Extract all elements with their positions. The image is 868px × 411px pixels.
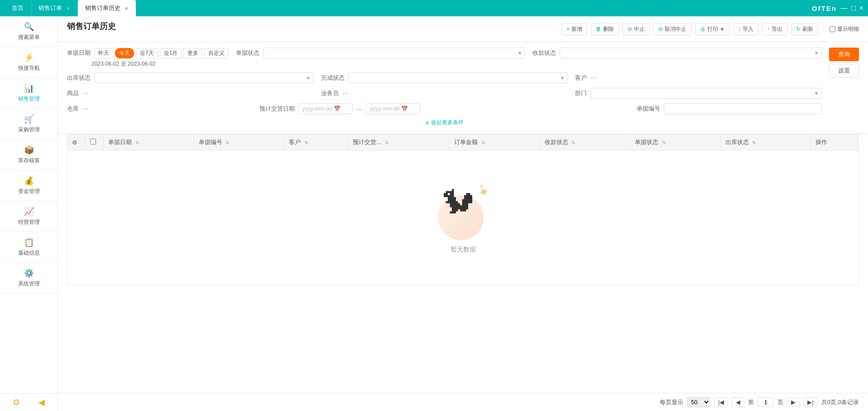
sidebar-item-sys-mgmt-label: 系统管理 xyxy=(18,280,40,288)
export-button[interactable]: ↑ 导出 xyxy=(762,23,787,35)
sidebar-item-sales-mgmt[interactable]: 📊 销售管理 xyxy=(0,78,58,109)
date-btn-yesterday[interactable]: 昨天 xyxy=(94,48,113,58)
date-range-display: 2023-06-02 至 2023-06-02 xyxy=(91,61,155,67)
th-amount[interactable]: 订单金额 ⇅ xyxy=(449,135,540,150)
display-columns-label: 显示明细 xyxy=(837,25,859,33)
date-btn-custom[interactable]: 自定义 xyxy=(204,48,229,58)
sidebar-collapse-btn[interactable]: ◀ xyxy=(38,397,45,407)
complete-status-label: 完成状态 xyxy=(321,74,345,82)
sidebar-item-base-info[interactable]: 📋 基础信息 xyxy=(0,232,58,263)
out-status-select[interactable]: ▾ xyxy=(94,73,314,83)
tab-home[interactable]: 首页 xyxy=(5,0,31,16)
tab-sales-order[interactable]: 销售订单 × xyxy=(31,0,78,16)
query-button[interactable]: 查询 xyxy=(829,48,859,61)
window-close[interactable]: × xyxy=(859,4,863,12)
display-columns-checkbox[interactable] xyxy=(830,26,835,32)
department-select[interactable]: ▾ xyxy=(590,88,822,99)
date-label: 单据日期 xyxy=(67,49,91,57)
th-delivery[interactable]: 预计交货... ⇅ xyxy=(348,135,450,150)
th-number-label: 单据编号 xyxy=(199,139,222,145)
print-label: 打印 xyxy=(707,25,718,33)
brand-label: OfTEn xyxy=(812,5,837,12)
first-page-btn[interactable]: |◀ xyxy=(714,397,728,407)
filter-right-buttons: 查询 设置 xyxy=(829,48,859,77)
filter-settings-button[interactable]: 设置 xyxy=(829,64,859,77)
warehouse-select-btn[interactable]: ··· xyxy=(82,105,88,113)
sidebar-item-sys-mgmt[interactable]: ⚙️ 系统管理 xyxy=(0,263,58,294)
filter-warehouse: 仓库 ··· xyxy=(67,105,252,113)
tab-sales-order-close[interactable]: × xyxy=(67,5,70,12)
filter-goods: 商品 ··· xyxy=(67,89,314,97)
delivery-date-to-cal-icon[interactable]: 📅 xyxy=(401,106,408,112)
filter-payment-status: 收款状态 ▾ xyxy=(532,48,822,58)
sidebar-settings-btn[interactable]: ⚙ xyxy=(13,397,20,407)
date-btn-today[interactable]: 今天 xyxy=(115,48,134,58)
salesperson-select-btn[interactable]: ··· xyxy=(342,89,348,97)
filter-date-item: 单据日期 昨天 今天 近7天 近1月 更多 自定义 xyxy=(67,48,229,58)
page-number-input[interactable] xyxy=(758,397,774,407)
select-all-checkbox[interactable] xyxy=(90,139,96,145)
toolbar-divider xyxy=(824,24,824,34)
th-number[interactable]: 单据编号 ⇅ xyxy=(194,135,284,150)
tab-sales-order-history[interactable]: 销售订单历史 × xyxy=(78,0,136,16)
th-settings[interactable]: ⚙ xyxy=(67,135,86,150)
filter-area: 单据日期 昨天 今天 近7天 近1月 更多 自定义 单据状态 xyxy=(58,42,868,134)
sidebar-item-purchase-mgmt[interactable]: 🛒 采购管理 xyxy=(0,109,58,140)
page-title: 销售订单历史 xyxy=(67,21,116,32)
bill-number-input[interactable] xyxy=(664,103,822,114)
delivery-date-from-input[interactable]: yyyy-mm-dd 📅 xyxy=(298,103,353,114)
delivery-date-to-input[interactable]: yyyy-mm-dd 📅 xyxy=(366,103,420,114)
th-date[interactable]: 单据日期 ⇅ xyxy=(104,135,194,150)
th-checkbox[interactable] xyxy=(86,135,104,150)
sidebar-item-finance-label: 资金管理 xyxy=(18,188,40,195)
sidebar-item-quick-nav[interactable]: ⚡ 快捷导航 xyxy=(0,47,58,78)
date-btn-last7[interactable]: 近7天 xyxy=(136,48,158,58)
th-bill[interactable]: 单据状态 ⇅ xyxy=(630,135,721,150)
bill-status-arrow-icon: ▾ xyxy=(518,50,521,56)
goods-select-btn[interactable]: ··· xyxy=(82,89,88,97)
last-page-btn[interactable]: ▶| xyxy=(803,397,817,407)
filter-delivery-date: 预计交货日期 yyyy-mm-dd 📅 — yyyy-mm-dd 📅 xyxy=(259,103,630,114)
next-page-btn[interactable]: ▶ xyxy=(787,397,800,407)
new-button[interactable]: + 新增 xyxy=(561,23,587,35)
topbar-right: OfTEn — □ × xyxy=(812,4,863,12)
page-size-select[interactable]: 50 20 100 xyxy=(687,397,710,407)
date-btn-more[interactable]: 更多 xyxy=(183,48,202,58)
complete-status-select[interactable]: ▾ xyxy=(348,73,568,83)
th-customer[interactable]: 客户 ⇅ xyxy=(284,135,348,150)
date-btn-last1m[interactable]: 近1月 xyxy=(160,48,182,58)
delivery-date-from-cal-icon[interactable]: 📅 xyxy=(334,106,340,112)
payment-status-select[interactable]: ▾ xyxy=(560,48,822,58)
customer-select-btn[interactable]: ··· xyxy=(590,74,596,82)
th-amount-label: 订单金额 xyxy=(454,139,478,145)
collapse-bar[interactable]: ∧ 收起更多条件 xyxy=(67,117,822,128)
display-columns-checkbox-label[interactable]: 显示明细 xyxy=(830,25,859,33)
import-button[interactable]: ↓ 导入 xyxy=(733,23,758,35)
bill-status-select[interactable]: ▾ xyxy=(263,48,525,58)
stop-button[interactable]: ⊘ 中止 xyxy=(623,23,650,35)
page-size-label: 每页显示 xyxy=(660,398,683,406)
sidebar-item-search-menu[interactable]: 🔍 搜索菜单 xyxy=(0,16,58,47)
delete-button[interactable]: 🗑 删除 xyxy=(591,23,619,35)
new-icon: + xyxy=(566,26,570,32)
table-area: ⚙ 单据日期 ⇅ 单据编号 ⇅ 客户 ⇅ xyxy=(58,134,868,393)
cancel-stop-button[interactable]: ⊘ 取消中止 xyxy=(653,23,691,35)
prev-page-btn[interactable]: ◀ xyxy=(732,397,744,407)
th-payment[interactable]: 收款状态 ⇅ xyxy=(540,135,630,150)
sidebar-item-inventory[interactable]: 📦 库存核算 xyxy=(0,140,58,170)
filter-department: 部门 ▾ xyxy=(575,88,822,99)
th-outbound[interactable]: 出库状态 ⇅ xyxy=(720,135,811,150)
sales-mgmt-icon: 📊 xyxy=(24,83,34,93)
salesperson-label: 业务员 xyxy=(321,89,339,97)
print-button[interactable]: 🖨 打印 ▼ xyxy=(695,23,729,35)
window-maximize[interactable]: □ xyxy=(851,4,856,12)
window-minimize[interactable]: — xyxy=(840,4,848,12)
sidebar-item-finance[interactable]: 💰 资金管理 xyxy=(0,170,58,201)
refresh-button[interactable]: ↻ 刷新 xyxy=(791,23,818,35)
th-bill-sort-icon: ⇅ xyxy=(662,140,666,145)
sidebar-item-operations[interactable]: 📈 经营管理 xyxy=(0,201,58,232)
tab-sales-order-history-close[interactable]: × xyxy=(125,5,129,12)
empty-state-cell: 🐿 ✦ ✦ 暂无数据 xyxy=(67,150,859,285)
bill-number-label: 单据编号 xyxy=(637,105,660,113)
th-outbound-sort-icon: ⇅ xyxy=(752,140,756,145)
